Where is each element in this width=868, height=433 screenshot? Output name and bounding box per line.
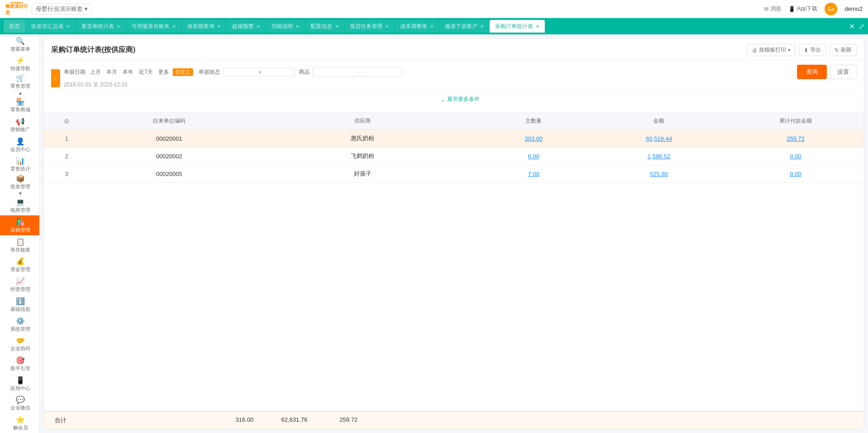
tab-5[interactable]: 超储预警 ✕ <box>226 20 265 33</box>
cell-amount[interactable]: 525.80 <box>590 165 727 183</box>
tab-9-close[interactable]: ✕ <box>430 24 434 29</box>
refresh-button[interactable]: ↻ 刷新 <box>830 44 857 56</box>
tab-8-close[interactable]: ✕ <box>385 24 389 29</box>
cell-paid[interactable]: 0.00 <box>727 165 864 183</box>
tab-1-close[interactable]: ✕ <box>66 24 70 29</box>
sidebar-item-mall[interactable]: 🏪 零售商城 <box>0 95 39 115</box>
sidebar-item-finance[interactable]: 💰 资金管理 <box>0 255 39 275</box>
nav-close-btn[interactable]: ✕ <box>849 22 855 31</box>
sidebar-item-apps[interactable]: 📱 应用中心 <box>0 374 39 394</box>
account-selector[interactable]: 母婴行业演示账套 ▾ <box>32 4 92 14</box>
col-header-paid: 累计付款金额 <box>727 113 864 130</box>
goods-filter: 商品 ··· <box>299 67 403 77</box>
table-row: 1 00020001 惠氏奶粉 303.00 60,519.44 259.72 <box>44 130 864 148</box>
sidebar-item-retail[interactable]: 🛒 零售管理 ▲ <box>0 74 39 95</box>
expand-label: 展开更多条件 <box>447 95 480 103</box>
date-btn-this-year[interactable]: 本年 <box>121 67 135 77</box>
selector-arrow: ▾ <box>85 5 88 12</box>
user-avatar: Ea <box>825 3 837 15</box>
phone-icon: 📱 <box>788 6 795 12</box>
username-label[interactable]: demo2 <box>844 5 863 12</box>
refresh-label: 刷新 <box>841 46 852 54</box>
sidebar-item-shortcut[interactable]: ⚡ 快捷导航 <box>0 54 39 74</box>
cell-supplier: 飞鹤奶粉 <box>249 148 476 165</box>
status-filter-label: 单据状态 <box>198 68 220 76</box>
cell-qty[interactable]: 7.00 <box>476 165 590 183</box>
print-dropdown-arrow: ▾ <box>788 48 790 52</box>
cell-qty[interactable]: 6.00 <box>476 148 590 165</box>
top-bar-left: 畅捷通好生意 母婴行业演示账套 ▾ <box>5 2 92 16</box>
nav-expand-btn[interactable]: ⤢ <box>859 22 864 31</box>
app-download-btn[interactable]: 📱 App下载 <box>788 5 817 13</box>
sidebar-item-retail-stat[interactable]: 📊 零售统计 <box>0 155 39 175</box>
tab-7[interactable]: 配置信息 ✕ <box>305 20 344 33</box>
tab-2-close[interactable]: ✕ <box>117 24 120 29</box>
export-label: 导出 <box>810 46 821 54</box>
cell-amount[interactable]: 1,586.52 <box>590 148 727 165</box>
date-btn-last-month[interactable]: 上月 <box>88 67 103 77</box>
tab-home[interactable]: 首页 <box>4 20 25 33</box>
sidebar-item-search[interactable]: 🔍 搜索菜单 <box>0 34 39 54</box>
tab-2-label: 要货单统计表 <box>81 23 114 30</box>
expand-conditions-button[interactable]: ⌄ 展开更多条件 <box>437 94 483 105</box>
sidebar-item-collab[interactable]: 🤝 企业协同 <box>0 334 39 354</box>
tab-3-close[interactable]: ✕ <box>172 24 176 29</box>
tab-active-close[interactable]: ✕ <box>536 24 539 29</box>
col-header-supplier: 供应商 <box>249 113 476 130</box>
tab-active[interactable]: 采购订单统计表 ✕ <box>490 20 545 33</box>
message-btn[interactable]: ✉ 消息 <box>764 5 781 13</box>
table-row: 3 00020005 好孩子 7.00 525.80 0.00 <box>44 165 864 183</box>
tab-4-close[interactable]: ✕ <box>217 24 221 29</box>
nav-tabs-bar: 首页 收发存汇总表 ✕ 要货单统计表 ✕ 可用量库存账本 ✕ 保质期查询 ✕ 超… <box>0 18 868 34</box>
query-button[interactable]: 查询 <box>797 65 827 79</box>
date-btn-this-month[interactable]: 本月 <box>104 67 119 77</box>
tab-7-close[interactable]: ✕ <box>335 24 339 29</box>
sidebar-item-purchase[interactable]: 🛍️ 采购管理 <box>0 215 39 235</box>
table-row: 2 00020002 飞鹤奶粉 6.00 1,586.52 0.00 <box>44 148 864 165</box>
column-settings-icon[interactable]: ⚙ <box>64 118 70 125</box>
tab-8[interactable]: 拣货任务管理 ✕ <box>344 20 394 33</box>
tab-4[interactable]: 保质期查询 ✕ <box>182 20 226 33</box>
tab-10-close[interactable]: ✕ <box>480 24 484 29</box>
sidebar-item-weixin[interactable]: 💬 企业微信 <box>0 394 39 414</box>
tab-6-close[interactable]: ✕ <box>296 24 299 29</box>
status-select[interactable]: ▾ <box>223 68 295 76</box>
tab-6[interactable]: 功能说明 ✕ <box>266 20 305 33</box>
sidebar-item-vip[interactable]: ⭐ 畅会员 <box>0 413 39 433</box>
cell-amount[interactable]: 60,519.44 <box>590 130 727 148</box>
sidebar-item-base[interactable]: ℹ️ 基础信息 <box>0 295 39 314</box>
tab-1[interactable]: 收发存汇总表 ✕ <box>26 20 75 33</box>
sidebar-item-ecom[interactable]: 💻 电商管理 <box>0 196 39 216</box>
sidebar-item-system[interactable]: ⚙️ 系统管理 <box>0 314 39 334</box>
goods-input[interactable]: ··· <box>312 67 403 77</box>
tab-3[interactable]: 可用量库存账本 ✕ <box>126 20 181 33</box>
date-btn-7days[interactable]: 近7天 <box>137 67 155 77</box>
sidebar-item-stock[interactable]: 📋 库存核算 <box>0 235 39 255</box>
tab-9[interactable]: 成本调整单 ✕ <box>395 20 439 33</box>
settings-button[interactable]: 设置 <box>830 65 857 79</box>
sidebar-item-wholesale[interactable]: 📦 批发管理 ▼ <box>0 174 39 195</box>
filter-collapse-toggle[interactable]: › <box>51 69 60 87</box>
date-btn-more[interactable]: 更多 <box>156 67 171 77</box>
cell-paid[interactable]: 0.00 <box>727 148 864 165</box>
expand-more-row: ⌄ 展开更多条件 <box>64 90 857 108</box>
star-icon: ⭐ <box>16 415 25 424</box>
footer-supplier <box>132 416 222 424</box>
sidebar-item-member[interactable]: 👤 会员中心 <box>0 135 39 155</box>
cell-qty[interactable]: 303.00 <box>476 130 590 148</box>
date-filter: 单据日期 上月 本月 本年 近7天 更多 自定义 <box>64 67 193 77</box>
tab-10[interactable]: 邀请下游客户 ✕ <box>439 20 489 33</box>
top-bar-right: ✉ 消息 📱 App下载 Ea demo2 <box>764 3 863 15</box>
print-button[interactable]: 🖨 按模板打印 ▾ <box>747 44 795 56</box>
cell-no: 2 <box>44 148 90 165</box>
date-btn-custom[interactable]: 自定义 <box>173 68 193 76</box>
sidebar-item-ops[interactable]: 📈 经营管理 <box>0 275 39 295</box>
app-logo: 畅捷通好生意 <box>5 2 28 16</box>
tab-2[interactable]: 要货单统计表 ✕ <box>76 20 126 33</box>
app-download-label: App下载 <box>797 5 817 13</box>
export-button[interactable]: ⬇ 导出 <box>799 44 826 56</box>
tab-5-close[interactable]: ✕ <box>256 24 260 29</box>
cell-paid[interactable]: 259.72 <box>727 130 864 148</box>
sidebar-item-marketing[interactable]: 📢 营销推广 <box>0 115 39 135</box>
sidebar-item-guide[interactable]: 🎯 新手引导 <box>0 354 39 374</box>
